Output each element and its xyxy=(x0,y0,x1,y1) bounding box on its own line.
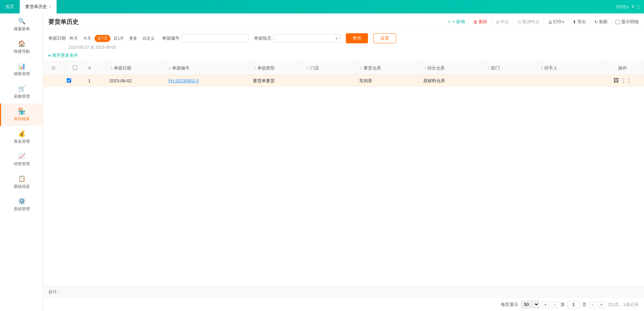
sidebar-item-quicknav[interactable]: 🏠 快捷导航 xyxy=(0,36,43,58)
date-btn-more[interactable]: 更多 xyxy=(127,35,139,42)
inventory-icon: 🏪 xyxy=(18,107,25,115)
separator-4 xyxy=(544,18,544,25)
pagination: 每页显示 50 20 100 200 « ‹ 第 页 › » 共1页，1条记录 xyxy=(43,298,644,311)
separator-3 xyxy=(513,18,514,25)
minimize-icon[interactable]: □ xyxy=(637,4,640,9)
date-btn-yesterday[interactable]: 昨天 xyxy=(68,35,80,42)
row-wait-wh: 原材料仓库 xyxy=(421,75,484,87)
row-store xyxy=(304,75,357,87)
status-select-wrapper xyxy=(273,34,340,43)
refresh-icon: ↻ xyxy=(594,19,598,25)
code-input[interactable] xyxy=(181,34,249,43)
last-page-btn[interactable]: » xyxy=(598,301,605,308)
date-filter-btns: 昨天 今天 近7天 近1月 更多 自定义 xyxy=(68,35,157,42)
first-page-btn[interactable]: « xyxy=(542,301,549,308)
sidebar-item-system-label: 系统管理 xyxy=(14,206,30,212)
finance-icon: 💰 xyxy=(18,130,25,137)
sidebar-item-system[interactable]: ⚙️ 系统管理 xyxy=(0,193,43,216)
prev-page-btn[interactable]: ‹ xyxy=(552,301,558,308)
add-button[interactable]: ＋ + 新增 xyxy=(446,17,466,26)
th-person[interactable]: 经手人 xyxy=(537,61,601,75)
data-table: ⚙ # 单据日期 单据编号 单据类型 门店 要货仓库 待出仓库 部门 经手人 xyxy=(43,61,644,87)
stop-label: 中止 xyxy=(500,19,509,25)
date-btn-today[interactable]: 今天 xyxy=(81,35,93,42)
sidebar-item-sales[interactable]: 📊 销售管理 xyxy=(0,58,43,81)
sidebar-item-basic-info[interactable]: 📋 基础信息 xyxy=(0,171,43,193)
tab-home[interactable]: 首页 xyxy=(0,0,20,13)
th-type[interactable]: 单据类型 xyxy=(250,61,304,75)
sidebar-item-finance[interactable]: 💰 资金管理 xyxy=(0,126,43,148)
sidebar-item-search[interactable]: 🔍 搜索菜单 xyxy=(0,13,43,36)
sidebar-item-inventory[interactable]: 🏪 库存核算 xyxy=(0,103,43,126)
page-label: 第 xyxy=(560,302,565,308)
separator-5 xyxy=(568,18,569,25)
summary-label: 合计： xyxy=(48,289,61,295)
show-detail-checkbox[interactable] xyxy=(615,20,620,24)
separator-1 xyxy=(469,18,469,25)
code-field: 单据编号 xyxy=(162,34,249,43)
delete-label: 删除 xyxy=(479,19,487,25)
th-req-wh[interactable]: 要货仓库 xyxy=(357,61,420,75)
date-btn-7days[interactable]: 近7天 xyxy=(95,35,110,42)
row-req-wh: 车间库 xyxy=(357,75,420,87)
close-window-icon[interactable]: × xyxy=(631,4,634,10)
sidebar-item-quicknav-label: 快捷导航 xyxy=(14,49,30,54)
sidebar: 🔍 搜索菜单 🏠 快捷导航 📊 销售管理 🛒 采购管理 🏪 库存核算 💰 资金管… xyxy=(0,13,43,311)
date-label: 单据日期 xyxy=(48,35,66,41)
add-icon: ＋ xyxy=(447,19,451,25)
query-button[interactable]: 查询 xyxy=(346,33,368,43)
refresh-label: 刷新 xyxy=(599,19,608,25)
stop-button[interactable]: ⊘ 中止 xyxy=(495,17,510,26)
table-footer: 合计： xyxy=(43,286,644,298)
next-page-btn[interactable]: › xyxy=(589,301,595,308)
content-area: 要货单历史 ＋ + 新增 🗑 删除 ⊘ 中止 ⊙ xyxy=(43,13,644,311)
th-dept[interactable]: 部门 xyxy=(484,61,538,75)
tab-requisition-history[interactable]: 要货单历史 × xyxy=(20,0,57,13)
print-button[interactable]: 🖨 打印 ▾ xyxy=(547,17,565,26)
page-input[interactable] xyxy=(568,301,580,308)
th-store[interactable]: 门店 xyxy=(304,61,357,75)
separator-6 xyxy=(590,18,590,25)
delete-button[interactable]: 🗑 删除 xyxy=(473,17,488,26)
row-view-icon[interactable]: 🖼 xyxy=(613,78,619,84)
sidebar-item-operations[interactable]: 📈 经营管理 xyxy=(0,148,43,171)
main-layout: 🔍 搜索菜单 🏠 快捷导航 📊 销售管理 🛒 采购管理 🏪 库存核算 💰 资金管… xyxy=(0,13,644,311)
row-code[interactable]: YH-20230602-0 xyxy=(165,75,251,87)
home-icon: 🏠 xyxy=(18,40,25,47)
th-date[interactable]: 单据日期 xyxy=(107,61,165,75)
table-row: 1 2023-06-02 YH-20230602-0 要货单要货 车间库 原材料… xyxy=(43,75,644,87)
row-checkbox[interactable] xyxy=(67,78,71,83)
th-code[interactable]: 单据编号 xyxy=(165,61,251,75)
select-all-checkbox[interactable] xyxy=(73,65,77,70)
row-code-link[interactable]: YH-20230602-0 xyxy=(168,78,199,83)
table-settings-gear-icon[interactable]: ⚙ xyxy=(51,65,56,71)
search-menu-icon: 🔍 xyxy=(18,17,25,25)
date-btn-custom[interactable]: 自定义 xyxy=(141,35,157,42)
row-more-icon[interactable]: ⋮⋮ xyxy=(621,78,632,84)
sidebar-item-purchase[interactable]: 🛒 采购管理 xyxy=(0,81,43,103)
tab-requisition-label: 要货单历史 xyxy=(25,4,47,10)
show-detail-checkbox-label[interactable]: 显示明细 xyxy=(615,19,639,25)
top-bar-right: OfTEn × □ xyxy=(612,4,644,10)
setting-button[interactable]: 设置 xyxy=(373,33,396,43)
sidebar-item-finance-label: 资金管理 xyxy=(14,139,30,144)
cancel-stop-button[interactable]: ⊙ 取消中止 xyxy=(517,17,540,26)
page-unit: 页 xyxy=(582,302,587,308)
sales-icon: 📊 xyxy=(18,62,25,70)
pagination-info: 共1页，1条记录 xyxy=(608,302,639,308)
purchase-icon: 🛒 xyxy=(18,85,25,92)
date-btn-1month[interactable]: 近1月 xyxy=(112,35,126,42)
print-dropdown-icon: ▾ xyxy=(562,20,564,24)
row-type: 要货单要货 xyxy=(250,75,304,87)
refresh-button[interactable]: ↻ 刷新 xyxy=(594,17,608,26)
separator-2 xyxy=(491,18,492,25)
status-select[interactable] xyxy=(273,34,340,43)
row-expand xyxy=(43,75,64,87)
per-page-select[interactable]: 50 20 100 200 xyxy=(521,301,539,308)
row-checkbox-cell xyxy=(64,75,85,87)
th-wait-wh[interactable]: 待出仓库 xyxy=(421,61,484,75)
sidebar-item-sales-label: 销售管理 xyxy=(14,71,30,77)
export-button[interactable]: ⬆ 导出 xyxy=(572,17,587,26)
expand-more[interactable]: ▾ 展开更多条件 xyxy=(48,52,639,58)
tab-close-icon[interactable]: × xyxy=(49,5,51,9)
